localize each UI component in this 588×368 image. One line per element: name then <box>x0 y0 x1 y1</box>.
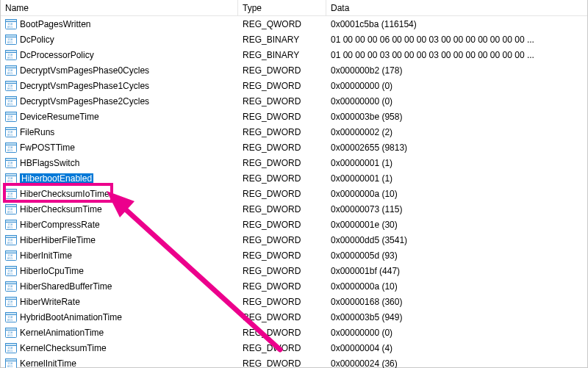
cell-type: REG_DWORD <box>238 294 326 309</box>
cell-name[interactable]: 110 011 DecryptVsmPagesPhase1Cycles <box>1 78 238 93</box>
cell-data: 0x00000002 (2) <box>326 124 587 140</box>
registry-row[interactable]: 110 011 DecryptVsmPagesPhase1CyclesREG_D… <box>1 78 587 93</box>
cell-type: REG_DWORD <box>238 248 326 263</box>
svg-text:011: 011 <box>7 226 13 229</box>
cell-data: 0x000001bf (447) <box>326 263 587 278</box>
cell-name[interactable]: 110 011 HiberCompressRate <box>1 217 238 232</box>
registry-value-icon: 110 011 <box>5 65 17 76</box>
registry-row[interactable]: 110 011 BootPagesWrittenREG_QWORD0x0001c… <box>1 16 587 32</box>
registry-row[interactable]: 110 011 HiberHiberFileTimeREG_DWORD0x000… <box>1 232 587 248</box>
svg-text:011: 011 <box>7 148 13 152</box>
cell-name[interactable]: 110 011 HybridBootAnimationTime <box>1 309 238 325</box>
svg-text:011: 011 <box>7 71 13 75</box>
registry-value-icon: 110 011 <box>5 327 17 339</box>
cell-type: REG_DWORD <box>238 140 326 155</box>
registry-row[interactable]: 110 011 HiberWriteRateREG_DWORD0x0000016… <box>1 294 587 309</box>
cell-name[interactable]: 110 011 DcPolicy <box>1 32 238 47</box>
cell-type: REG_DWORD <box>238 186 326 201</box>
registry-row[interactable]: 110 011 FileRunsREG_DWORD0x00000002 (2) <box>1 124 587 140</box>
registry-row[interactable]: 110 011 DcPolicyREG_BINARY01 00 00 00 06… <box>1 32 587 47</box>
cell-type: REG_DWORD <box>238 340 326 356</box>
cell-name[interactable]: 110 011 KernelInitTime <box>1 356 238 368</box>
registry-value-icon: 110 011 <box>5 234 17 246</box>
cell-name[interactable]: 110 011 FileRuns <box>1 124 238 140</box>
registry-value-icon: 110 011 <box>5 49 17 61</box>
registry-row[interactable]: 110 011 KernelChecksumTimeREG_DWORD0x000… <box>1 340 587 356</box>
cell-name[interactable]: 110 011 HiberWriteRate <box>1 294 238 309</box>
registry-value-icon: 110 011 <box>5 18 17 30</box>
registry-row[interactable]: 110 011 DeviceResumeTimeREG_DWORD0x00000… <box>1 109 587 124</box>
cell-name[interactable]: 110 011 FwPOSTTime <box>1 140 238 155</box>
value-name-text: DeviceResumeTime <box>20 112 99 122</box>
registry-row[interactable]: 110 011 FwPOSTTimeREG_DWORD0x00002655 (9… <box>1 140 587 155</box>
value-name-text: KernelAnimationTime <box>20 328 104 338</box>
value-name-text: DcProcessorPolicy <box>20 50 94 60</box>
cell-name[interactable]: 110 011 KernelChecksumTime <box>1 340 238 356</box>
registry-row[interactable]: 110 011 HiberInitTimeREG_DWORD0x0000005d… <box>1 248 587 263</box>
registry-rows: 110 011 BootPagesWrittenREG_QWORD0x0001c… <box>1 16 587 368</box>
value-name-text: HybridBootAnimationTime <box>20 312 122 322</box>
value-name-text: HiberIoCpuTime <box>20 266 84 276</box>
registry-value-icon: 110 011 <box>5 250 17 261</box>
cell-type: REG_QWORD <box>238 16 326 32</box>
registry-value-icon: 110 011 <box>5 281 17 292</box>
svg-text:011: 011 <box>7 56 13 59</box>
cell-name[interactable]: 110 011 DeviceResumeTime <box>1 109 238 124</box>
cell-data: 0x00000168 (360) <box>326 294 587 309</box>
registry-row[interactable]: 110 011 HiberChecksumTimeREG_DWORD0x0000… <box>1 201 587 217</box>
registry-value-icon: 110 011 <box>5 342 17 354</box>
svg-text:011: 011 <box>7 40 13 44</box>
svg-text:011: 011 <box>7 303 13 306</box>
registry-value-icon: 110 011 <box>5 358 17 369</box>
cell-data: 0x000003be (958) <box>326 109 587 124</box>
cell-name[interactable]: 110 011 HiberChecksumTime <box>1 201 238 217</box>
value-name-text: HiberHiberFileTime <box>20 235 96 245</box>
registry-row[interactable]: 110 011 KernelAnimationTimeREG_DWORD0x00… <box>1 325 587 340</box>
registry-value-icon: 110 011 <box>5 173 17 184</box>
registry-row[interactable]: 110 011 HybridBootAnimationTimeREG_DWORD… <box>1 309 587 325</box>
registry-row[interactable]: 110 011 HiberSharedBufferTimeREG_DWORD0x… <box>1 278 587 294</box>
registry-row[interactable]: 110 011 HiberIoCpuTimeREG_DWORD0x000001b… <box>1 263 587 278</box>
cell-type: REG_DWORD <box>238 124 326 140</box>
value-name-text: HiberChecksumIoTime <box>20 189 110 199</box>
registry-row[interactable]: 110 011 HiberCompressRateREG_DWORD0x0000… <box>1 217 587 232</box>
svg-text:011: 011 <box>7 164 13 167</box>
cell-name[interactable]: 110 011 HiberChecksumIoTime <box>1 186 238 201</box>
cell-data: 0x0000001e (30) <box>326 217 587 232</box>
registry-row[interactable]: 110 011 DecryptVsmPagesPhase0CyclesREG_D… <box>1 62 587 78</box>
cell-name[interactable]: 110 011 HiberIoCpuTime <box>1 263 238 278</box>
cell-name[interactable]: 110 011 HiberInitTime <box>1 248 238 263</box>
cell-data: 0x00000001 (1) <box>326 170 587 186</box>
svg-text:011: 011 <box>7 195 13 198</box>
cell-data: 0x00000004 (4) <box>326 340 587 356</box>
column-header-name[interactable]: Name <box>1 0 238 15</box>
registry-row[interactable]: 110 011 HBFlagsSwitchREG_DWORD0x00000001… <box>1 155 587 170</box>
registry-row[interactable]: 110 011 DecryptVsmPagesPhase2CyclesREG_D… <box>1 93 587 109</box>
cell-type: REG_DWORD <box>238 356 326 368</box>
svg-text:011: 011 <box>7 210 13 214</box>
svg-text:011: 011 <box>7 25 13 29</box>
cell-name[interactable]: 110 011 DecryptVsmPagesPhase0Cycles <box>1 62 238 78</box>
registry-row[interactable]: 110 011 DcProcessorPolicyREG_BINARY01 00… <box>1 47 587 62</box>
cell-data: 0x00000000 (0) <box>326 325 587 340</box>
column-header-data[interactable]: Data <box>326 0 587 15</box>
cell-data: 0x00000000 (0) <box>326 93 587 109</box>
cell-type: REG_DWORD <box>238 232 326 248</box>
cell-data: 0x00000dd5 (3541) <box>326 232 587 248</box>
cell-name[interactable]: 110 011 DecryptVsmPagesPhase2Cycles <box>1 93 238 109</box>
registry-row[interactable]: 110 011 KernelInitTimeREG_DWORD0x0000002… <box>1 356 587 368</box>
cell-name[interactable]: 110 011 KernelAnimationTime <box>1 325 238 340</box>
cell-name[interactable]: 110 011 HiberbootEnabled <box>1 170 238 186</box>
cell-name[interactable]: 110 011 DcProcessorPolicy <box>1 47 238 62</box>
cell-type: REG_DWORD <box>238 93 326 109</box>
value-name-text: DecryptVsmPagesPhase2Cycles <box>20 96 149 107</box>
cell-name[interactable]: 110 011 HiberHiberFileTime <box>1 232 238 248</box>
cell-name[interactable]: 110 011 HBFlagsSwitch <box>1 155 238 170</box>
cell-type: REG_BINARY <box>238 32 326 47</box>
cell-type: REG_DWORD <box>238 109 326 124</box>
registry-row[interactable]: 110 011 HiberChecksumIoTimeREG_DWORD0x00… <box>1 186 587 201</box>
cell-name[interactable]: 110 011 HiberSharedBufferTime <box>1 278 238 294</box>
cell-name[interactable]: 110 011 BootPagesWritten <box>1 16 238 32</box>
registry-row[interactable]: 110 011 HiberbootEnabledREG_DWORD0x00000… <box>1 170 587 186</box>
column-header-type[interactable]: Type <box>238 0 326 15</box>
